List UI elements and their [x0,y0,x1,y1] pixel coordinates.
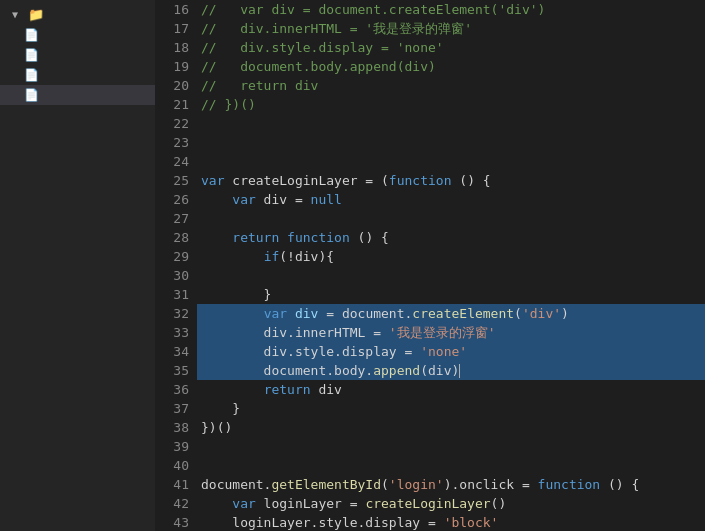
code-content[interactable]: // var div = document.createElement('div… [197,0,705,531]
line-number: 19 [155,57,189,76]
table-row: } [197,399,705,418]
code-token: () { [600,475,639,494]
table-row: document.getElementById('login').onclick… [197,475,705,494]
table-row: })() [197,418,705,437]
code-token: return [232,228,279,247]
table-row: } [197,285,705,304]
table-row [197,266,705,285]
sidebar-item-practice[interactable]: 📄 [0,65,155,85]
table-row: div.style.display = 'none' [197,342,705,361]
code-token [201,494,232,513]
line-number: 26 [155,190,189,209]
code-token: return [264,380,311,399]
code-token: // var div = document.createElement('div… [201,0,545,19]
line-number: 20 [155,76,189,95]
code-token: var [232,494,255,513]
table-row: // document.body.append(div) [197,57,705,76]
code-token: () { [451,171,490,190]
code-token [279,228,287,247]
table-row: div.innerHTML = '我是登录的浮窗' [197,323,705,342]
table-row [197,114,705,133]
code-token: div [311,380,342,399]
code-token: function [389,171,452,190]
table-row [197,456,705,475]
code-token: 'login' [389,475,444,494]
line-number: 29 [155,247,189,266]
code-token: 'block' [444,513,499,531]
table-row: return function () { [197,228,705,247]
code-token: 'div' [522,304,561,323]
code-token [201,304,264,323]
code-token: getElementById [271,475,381,494]
code-token: var [264,304,287,323]
code-token: div.style.display = [201,342,420,361]
table-row: // var div = document.createElement('div… [197,0,705,19]
sidebar-item-analysis[interactable]: 📄 [0,45,155,65]
line-number: 21 [155,95,189,114]
code-token: (!div){ [279,247,334,266]
sidebar-item-es6[interactable]: ▼ 📁 [0,4,155,25]
code-token: // })() [201,95,256,114]
code-token: div [295,304,318,323]
code-token: } [201,285,271,304]
table-row [197,133,705,152]
code-token: var [232,190,255,209]
table-row: var loginLayer = createLoginLayer() [197,494,705,513]
table-row: // div.style.display = 'none' [197,38,705,57]
sidebar-item-single[interactable]: 📄 [0,85,155,105]
table-row: loginLayer.style.display = 'block' [197,513,705,531]
code-token: // return div [201,76,318,95]
code-token: div = [256,190,311,209]
code-token [201,247,264,266]
code-token: = document. [318,304,412,323]
line-number: 42 [155,494,189,513]
line-number: 28 [155,228,189,247]
code-token: () { [350,228,389,247]
code-token: createLoginLayer = ( [224,171,388,190]
table-row: // div.innerHTML = '我是登录的弹窗' [197,19,705,38]
line-number: 39 [155,437,189,456]
line-number: 37 [155,399,189,418]
code-token [201,190,232,209]
table-row: // })() [197,95,705,114]
table-row [197,152,705,171]
file-explorer: ▼ 📁 📄 📄 📄 📄 [0,0,155,531]
table-row: // return div [197,76,705,95]
code-token: ).onclick = [444,475,538,494]
code-token: // document.body.append(div) [201,57,436,76]
code-token: loginLayer = [256,494,366,513]
line-number: 40 [155,456,189,475]
code-token: // div.innerHTML = '我是登录的弹窗' [201,19,472,38]
code-token: if [264,247,280,266]
line-number: 43 [155,513,189,531]
file-icon: 📄 [24,28,39,42]
table-row: return div [197,380,705,399]
code-token: createLoginLayer [365,494,490,513]
code-token [287,304,295,323]
line-number: 33 [155,323,189,342]
file-icon: 📄 [24,88,39,102]
code-token: } [201,399,240,418]
code-token: ( [514,304,522,323]
code-token: div.innerHTML = [201,323,389,342]
code-token: ( [381,475,389,494]
code-token: document. [201,475,271,494]
code-token: ) [561,304,569,323]
line-number: 30 [155,266,189,285]
sidebar-item-popup[interactable]: 📄 [0,25,155,45]
line-number: 25 [155,171,189,190]
line-number: 23 [155,133,189,152]
table-row [197,209,705,228]
line-number: 16 [155,0,189,19]
code-token: 'none' [420,342,467,361]
code-editor[interactable]: 1617181920212223242526272829303132333435… [155,0,705,531]
code-token: // div.style.display = 'none' [201,38,444,57]
code-token [201,380,264,399]
code-token: document.body. [201,361,373,380]
code-token: '我是登录的浮窗' [389,323,496,342]
code-token [201,228,232,247]
line-number: 17 [155,19,189,38]
line-number: 32 [155,304,189,323]
line-number: 41 [155,475,189,494]
line-number: 31 [155,285,189,304]
